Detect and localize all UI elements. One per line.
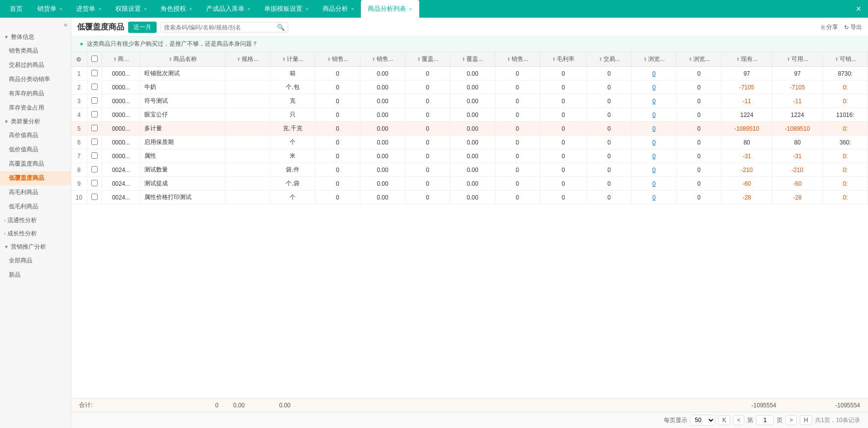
nav-tab-permsetting[interactable]: 权限设置 × <box>108 0 154 18</box>
nav-tab-roleauth-close[interactable]: × <box>189 6 192 12</box>
col-unit[interactable]: ⬆计量... <box>270 52 315 67</box>
sidebar-item-stock-goods[interactable]: 有库存的商品 <box>0 86 71 101</box>
row-checkbox[interactable] <box>91 111 98 117</box>
col-sales3[interactable]: ⬆销售... <box>495 52 540 67</box>
row-checkbox[interactable] <box>91 70 98 76</box>
share-button[interactable]: ⎘ 分享 <box>821 23 838 31</box>
sidebar-item-low-value[interactable]: 低价值商品 <box>0 143 71 157</box>
nav-tab-analysis[interactable]: 商品分析 × <box>316 0 361 18</box>
nav-tab-analysis-list[interactable]: 商品分析列表 × <box>361 0 419 18</box>
sidebar-section-overview[interactable]: ▼ 整体信息 <box>0 30 71 44</box>
nav-tab-roleauth[interactable]: 角色授权 × <box>154 0 199 18</box>
row-b1[interactable]: 0 <box>631 149 677 163</box>
row-b1[interactable]: 0 <box>631 108 677 122</box>
next-page-button[interactable]: > <box>786 415 797 425</box>
col-current-stock[interactable]: ⬆现有... <box>721 52 772 67</box>
sidebar-item-high-value[interactable]: 高价值商品 <box>0 128 71 143</box>
sidebar-item-sales-goods[interactable]: 销售类商品 <box>0 44 71 58</box>
row-b1[interactable]: 0 <box>631 81 677 94</box>
sidebar-section-crowd[interactable]: ▼ 类群量分析 <box>0 115 71 128</box>
row-checkbox[interactable] <box>91 125 98 131</box>
nav-tab-purchase-close[interactable]: × <box>98 6 101 12</box>
row-b1[interactable]: 0 <box>631 163 677 177</box>
close-all-button[interactable]: × <box>851 4 866 14</box>
row-checkbox-cell[interactable] <box>87 94 102 108</box>
page-input[interactable] <box>756 415 774 425</box>
prev-page-button[interactable]: < <box>733 415 744 425</box>
nav-tab-salesorder-close[interactable]: × <box>59 6 62 12</box>
col-sales-qty[interactable]: ⬆销售... <box>315 52 360 67</box>
row-checkbox-cell[interactable] <box>87 163 102 177</box>
export-button[interactable]: ↻ 导出 <box>844 23 862 31</box>
sidebar-collapse-button[interactable]: « <box>0 20 71 30</box>
sidebar-section-marketing[interactable]: ▼ 营销推广分析 <box>0 240 71 254</box>
row-b1[interactable]: 0 <box>631 67 677 81</box>
table-container[interactable]: ⚙ ⬆商... ⬆商品名称 ⬆规格... ⬆计量... ⬆销售... ⬆销售..… <box>71 52 868 398</box>
nav-tab-analysis-close[interactable]: × <box>351 6 354 12</box>
col-trans[interactable]: ⬆交易... <box>587 52 632 67</box>
col-spec[interactable]: ⬆规格... <box>225 52 271 67</box>
row-checkbox[interactable] <box>91 180 98 186</box>
sidebar-item-low-margin[interactable]: 低毛利商品 <box>0 200 71 214</box>
row-b1[interactable]: 0 <box>631 177 677 191</box>
row-sq: 0 <box>315 136 360 149</box>
row-checkbox[interactable] <box>91 139 98 145</box>
col-cover2[interactable]: ⬆覆盖... <box>450 52 495 67</box>
row-b1[interactable]: 0 <box>631 136 677 149</box>
sidebar-item-high-margin[interactable]: 高毛利商品 <box>0 185 71 200</box>
sidebar-item-category-rate[interactable]: 商品分类动销率 <box>0 72 71 86</box>
row-checkbox[interactable] <box>91 152 98 159</box>
nav-tab-template-close[interactable]: × <box>305 6 308 12</box>
row-c2: 0.00 <box>450 163 495 177</box>
sidebar-section-growth[interactable]: › 成长性分析 <box>0 227 71 240</box>
col-cover1[interactable]: ⬆覆盖... <box>405 52 450 67</box>
nav-tab-analysis-list-close[interactable]: × <box>409 6 412 12</box>
filter-recent-button[interactable]: 近一月 <box>128 22 157 33</box>
row-checkbox-cell[interactable] <box>87 108 102 122</box>
sidebar-item-high-coverage[interactable]: 高覆盖度商品 <box>0 157 71 171</box>
col-sales-amt[interactable]: ⬆销售... <box>360 52 405 67</box>
col-code[interactable]: ⬆商... <box>102 52 140 67</box>
last-page-button[interactable]: H <box>800 415 812 425</box>
nav-tab-salesorder[interactable]: 销货单 × <box>30 0 69 18</box>
sidebar-item-new-goods[interactable]: 新品 <box>0 268 71 282</box>
sidebar-item-all-goods[interactable]: 全部商品 <box>0 254 71 268</box>
row-checkbox-cell[interactable] <box>87 81 102 94</box>
row-checkbox-cell[interactable] <box>87 67 102 81</box>
row-checkbox-cell[interactable] <box>87 136 102 149</box>
first-page-button[interactable]: K <box>718 415 730 425</box>
col-avail-stock[interactable]: ⬆可用... <box>772 52 823 67</box>
row-checkbox-cell[interactable] <box>87 149 102 163</box>
row-name: 启用保质期 <box>140 136 225 149</box>
row-b1[interactable]: 0 <box>631 94 677 108</box>
col-settings[interactable]: ⚙ <box>71 52 87 67</box>
row-b1[interactable]: 0 <box>631 122 677 136</box>
row-checkbox[interactable] <box>91 166 98 172</box>
search-input[interactable] <box>164 24 277 31</box>
row-b1[interactable]: 0 <box>631 191 677 204</box>
select-all-checkbox[interactable] <box>91 56 98 62</box>
col-checkbox[interactable] <box>87 52 102 67</box>
row-checkbox[interactable] <box>91 97 98 104</box>
col-name[interactable]: ⬆商品名称 <box>140 52 225 67</box>
nav-tab-template[interactable]: 单据模板设置 × <box>257 0 315 18</box>
row-checkbox[interactable] <box>91 194 98 200</box>
sidebar-item-traded-goods[interactable]: 交易过的商品 <box>0 58 71 72</box>
row-checkbox[interactable] <box>91 84 98 90</box>
nav-tab-production[interactable]: 产成品入库单 × <box>199 0 257 18</box>
col-sellable[interactable]: ⬆可销... <box>823 52 868 67</box>
row-checkbox-cell[interactable] <box>87 177 102 191</box>
col-browse2[interactable]: ⬆浏览... <box>677 52 722 67</box>
sidebar-item-low-coverage[interactable]: 低覆盖度商品 <box>0 171 71 185</box>
nav-tab-permsetting-close[interactable]: × <box>144 6 147 12</box>
col-margin[interactable]: ⬆毛利率 <box>540 52 587 67</box>
nav-tab-production-close[interactable]: × <box>247 6 250 12</box>
sidebar-item-stock-capital[interactable]: 库存资金占用 <box>0 101 71 115</box>
sidebar-section-flow[interactable]: › 流通性分析 <box>0 214 71 227</box>
nav-tab-home[interactable]: 首页 <box>2 0 30 18</box>
col-browse1[interactable]: ⬆浏览... <box>631 52 677 67</box>
row-checkbox-cell[interactable] <box>87 191 102 204</box>
row-checkbox-cell[interactable] <box>87 122 102 136</box>
nav-tab-purchase[interactable]: 进货单 × <box>69 0 108 18</box>
per-page-select[interactable]: 50 100 200 <box>690 415 715 426</box>
